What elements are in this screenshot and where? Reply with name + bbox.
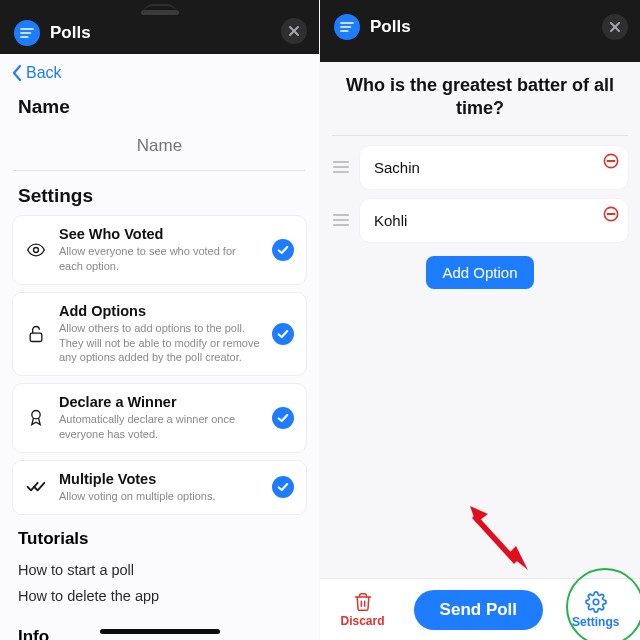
option-input[interactable]: Sachin xyxy=(360,146,628,189)
svg-point-17 xyxy=(593,599,599,605)
tutorial-link-delete-app[interactable]: How to delete the app xyxy=(18,583,301,609)
setting-see-who-voted[interactable]: See Who Voted Allow everyone to see who … xyxy=(12,215,307,285)
polls-logo-icon xyxy=(334,14,360,40)
discard-button[interactable]: Discard xyxy=(341,592,385,628)
settings-label: Settings xyxy=(572,615,619,629)
name-section-title: Name xyxy=(0,88,319,126)
divider xyxy=(332,135,628,136)
setting-desc: Allow voting on multiple options. xyxy=(59,489,260,504)
setting-title: Declare a Winner xyxy=(59,394,260,410)
left-scroll-body[interactable]: Back Name Settings See Who Voted Allow e… xyxy=(0,54,319,640)
remove-option-button[interactable] xyxy=(602,152,620,170)
setting-declare-winner[interactable]: Declare a Winner Automatically declare a… xyxy=(12,383,307,453)
setting-title: Add Options xyxy=(59,303,260,319)
poll-preview-pane: Polls Who is the greatest batter of all … xyxy=(320,0,640,640)
setting-multiple-votes[interactable]: Multiple Votes Allow voting on multiple … xyxy=(12,460,307,515)
bottom-toolbar: Discard Send Poll Settings xyxy=(320,578,640,640)
poll-question: Who is the greatest batter of all time? xyxy=(320,62,640,135)
remove-option-button[interactable] xyxy=(602,205,620,223)
ribbon-icon xyxy=(25,408,47,428)
checkmark-icon[interactable] xyxy=(272,407,294,429)
option-row: Kohli xyxy=(332,199,628,242)
setting-add-options[interactable]: Add Options Allow others to add options … xyxy=(12,292,307,377)
tutorials-section-title: Tutorials xyxy=(18,529,301,549)
header-bar: Polls xyxy=(320,0,640,62)
setting-title: See Who Voted xyxy=(59,226,260,242)
send-poll-button[interactable]: Send Poll xyxy=(414,590,543,630)
checkmark-icon[interactable] xyxy=(272,323,294,345)
divider xyxy=(14,170,305,171)
tutorial-link-start-poll[interactable]: How to start a poll xyxy=(18,557,301,583)
option-label: Sachin xyxy=(374,159,420,176)
svg-point-7 xyxy=(32,411,40,419)
close-button[interactable] xyxy=(602,14,628,40)
poll-options-list: Sachin Kohli xyxy=(320,146,640,242)
option-label: Kohli xyxy=(374,212,407,229)
polls-logo-icon xyxy=(14,20,40,46)
setting-desc: Allow others to add options to the poll.… xyxy=(59,321,260,366)
setting-desc: Automatically declare a winner once ever… xyxy=(59,412,260,442)
unlock-icon xyxy=(25,324,47,344)
app-brand: Polls xyxy=(14,20,91,46)
close-button[interactable] xyxy=(281,18,307,44)
svg-rect-6 xyxy=(30,333,42,341)
option-row: Sachin xyxy=(332,146,628,189)
settings-button[interactable]: Settings xyxy=(572,591,619,629)
home-indicator-icon[interactable] xyxy=(100,629,220,634)
checkmark-icon[interactable] xyxy=(272,476,294,498)
settings-section-title: Settings xyxy=(0,183,319,215)
checkmark-icon[interactable] xyxy=(272,239,294,261)
drag-handle-icon[interactable] xyxy=(332,214,350,226)
sheet-grabber-icon[interactable] xyxy=(141,10,179,15)
app-brand: Polls xyxy=(334,14,411,40)
svg-point-5 xyxy=(34,247,39,252)
double-check-icon xyxy=(25,477,47,497)
back-label: Back xyxy=(26,64,62,82)
app-title: Polls xyxy=(50,23,91,43)
info-section-title: Info xyxy=(0,611,319,640)
back-button[interactable]: Back xyxy=(0,54,319,88)
create-poll-pane: Polls Back Name Settings xyxy=(0,0,320,640)
setting-desc: Allow everyone to see who voted for each… xyxy=(59,244,260,274)
setting-title: Multiple Votes xyxy=(59,471,260,487)
poll-name-input[interactable] xyxy=(18,126,301,166)
app-title: Polls xyxy=(370,17,411,37)
discard-label: Discard xyxy=(341,614,385,628)
settings-list: See Who Voted Allow everyone to see who … xyxy=(0,215,319,515)
drag-handle-icon[interactable] xyxy=(332,161,350,173)
eye-icon xyxy=(25,240,47,260)
option-input[interactable]: Kohli xyxy=(360,199,628,242)
add-option-button[interactable]: Add Option xyxy=(426,256,533,289)
header-bar: Polls xyxy=(0,0,319,54)
